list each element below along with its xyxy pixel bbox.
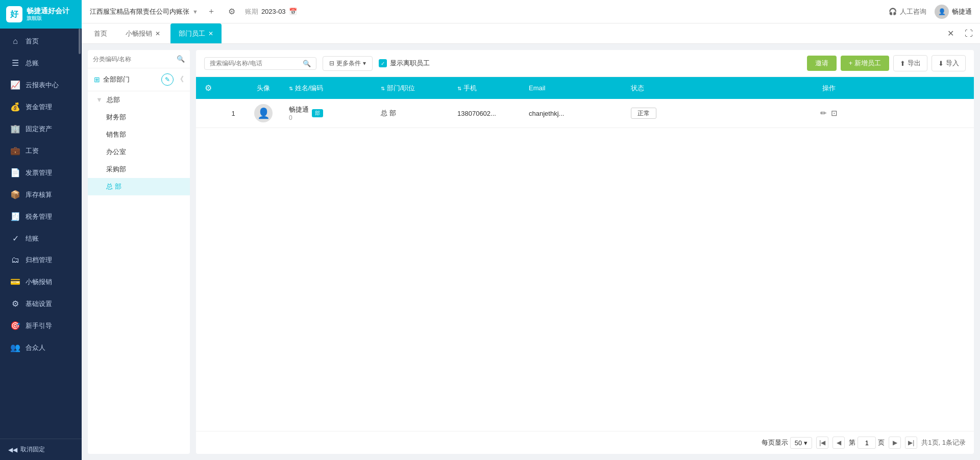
add-employee-button[interactable]: + 新增员工 xyxy=(841,56,889,71)
dept-node-finance[interactable]: 财务部 xyxy=(88,109,190,126)
sidebar-item-label: 工资 xyxy=(26,146,39,156)
user-menu[interactable]: 👤 畅捷通 xyxy=(935,5,972,19)
col-phone-header[interactable]: ⇅ 手机 xyxy=(449,77,521,99)
employee-actions: 邀请 + 新增员工 ⬆ 导出 ⬇ 导入 xyxy=(807,55,966,71)
sidebar-item-checkout[interactable]: ✓ 结账 xyxy=(0,227,82,249)
close-tab-button[interactable]: ✕ xyxy=(943,27,958,41)
sidebar: 好 畅捷通好会计 旗舰版 ⌂ 首页 ☰ 总账 📈 云报表中心 💰 资金管理 🏢 … xyxy=(0,0,82,460)
sidebar-item-label: 总账 xyxy=(26,59,39,68)
dept-search-input[interactable] xyxy=(93,56,174,63)
collapse-panel-button[interactable]: 《 xyxy=(177,75,184,84)
tab-home[interactable]: 首页 xyxy=(86,23,115,43)
sidebar-item-label: 小畅报销 xyxy=(26,277,52,287)
page-number-input[interactable] xyxy=(857,437,876,449)
sort-icon: ⇅ xyxy=(289,86,293,91)
sort-icon: ⇅ xyxy=(381,86,385,91)
tab-dept-employee[interactable]: 部门员工 ✕ xyxy=(170,23,222,43)
employee-search-input[interactable] xyxy=(210,60,300,67)
sidebar-item-home[interactable]: ⌂ 首页 xyxy=(0,31,82,52)
sidebar-item-fixed-assets[interactable]: 🏢 固定资产 xyxy=(0,118,82,140)
chevron-down-icon: ▾ xyxy=(804,439,807,447)
settings-button[interactable]: ⚙ xyxy=(225,5,239,19)
prev-page-button[interactable]: ◀ xyxy=(832,437,845,449)
sidebar-item-tax[interactable]: 🧾 税务管理 xyxy=(0,206,82,227)
next-page-button[interactable]: ▶ xyxy=(889,437,901,449)
sidebar-item-label: 税务管理 xyxy=(26,212,52,221)
col-name-header[interactable]: ⇅ 姓名/编码 xyxy=(281,77,373,99)
show-resigned-toggle[interactable]: ✓ 显示离职员工 xyxy=(379,59,430,68)
topbar-actions: ＋ ⚙ xyxy=(204,5,239,19)
col-dept-header[interactable]: ⇅ 部门/职位 xyxy=(373,77,449,99)
add-tab-button[interactable]: ＋ xyxy=(204,5,218,19)
sidebar-item-archive[interactable]: 🗂 归档管理 xyxy=(0,249,82,271)
chevron-down-icon: ▾ xyxy=(363,60,366,67)
col-settings[interactable]: ⚙ xyxy=(196,77,220,99)
app-logo: 好 畅捷通好会计 旗舰版 xyxy=(0,0,82,29)
last-page-button[interactable]: ▶| xyxy=(905,437,917,449)
sidebar-item-guide[interactable]: 🎯 新手引导 xyxy=(0,315,82,337)
support-button[interactable]: 🎧 人工咨询 xyxy=(889,7,926,16)
sidebar-item-partner[interactable]: 👥 合众人 xyxy=(0,337,82,359)
tab-expense[interactable]: 小畅报销 ✕ xyxy=(117,23,168,43)
sidebar-item-ledger[interactable]: ☰ 总账 xyxy=(0,52,82,74)
dept-node-sales[interactable]: 销售部 xyxy=(88,126,190,143)
dept-node-general[interactable]: 总 部 xyxy=(88,178,190,195)
company-name[interactable]: 江西服宝精品有限责任公司内账张 ▼ xyxy=(90,7,198,16)
more-actions-button[interactable]: ⊡ xyxy=(831,109,838,118)
tab-controls: ✕ ⛶ xyxy=(943,27,976,41)
dept-grid-icon: ⊞ xyxy=(94,75,100,84)
edit-dept-button[interactable]: ✎ xyxy=(161,73,174,86)
edit-employee-button[interactable]: ✏ xyxy=(820,109,827,118)
employee-avatar: 👤 xyxy=(254,104,273,122)
employee-toolbar: 🔍 ⊟ 更多条件 ▾ ✓ 显示离职员工 邀请 + 新增员工 ⬆ 导出 xyxy=(196,50,974,77)
sidebar-item-funds[interactable]: 💰 资金管理 xyxy=(0,96,82,118)
fixed-assets-icon: 🏢 xyxy=(10,124,20,134)
dept-node-office[interactable]: 办公室 xyxy=(88,143,190,161)
calendar-icon: 📅 xyxy=(289,8,297,15)
tab-expense-close-icon[interactable]: ✕ xyxy=(155,30,160,37)
tabs-bar: 首页 小畅报销 ✕ 部门员工 ✕ ✕ ⛶ xyxy=(82,23,980,44)
invite-button[interactable]: 邀请 xyxy=(807,56,837,71)
ledger-icon: ☰ xyxy=(10,58,20,68)
cancel-pin-button[interactable]: ◀◀ 取消固定 xyxy=(0,439,82,460)
employee-panel: 🔍 ⊟ 更多条件 ▾ ✓ 显示离职员工 邀请 + 新增员工 ⬆ 导出 xyxy=(196,50,974,454)
per-page-selector: 每页显示 50 ▾ xyxy=(762,437,812,449)
sidebar-item-label: 首页 xyxy=(26,37,39,46)
import-button[interactable]: ⬇ 导入 xyxy=(932,55,966,71)
more-filter-button[interactable]: ⊟ 更多条件 ▾ xyxy=(323,56,373,71)
table-settings-icon[interactable]: ⚙ xyxy=(205,84,212,92)
checkout-icon: ✓ xyxy=(10,234,20,243)
archive-icon: 🗂 xyxy=(10,255,20,265)
salary-icon: 💼 xyxy=(10,146,20,156)
cell-action: ✏ ⊡ xyxy=(684,99,974,128)
sidebar-item-reports[interactable]: 📈 云报表中心 xyxy=(0,74,82,96)
page-input-group: 第 页 xyxy=(849,437,885,449)
sidebar-item-expense[interactable]: 💳 小畅报销 xyxy=(0,271,82,293)
sidebar-item-settings[interactable]: ⚙ 基础设置 xyxy=(0,293,82,315)
sidebar-item-label: 基础设置 xyxy=(26,299,52,309)
expense-icon: 💳 xyxy=(10,277,20,287)
sidebar-item-label: 云报表中心 xyxy=(26,81,59,90)
sidebar-item-label: 合众人 xyxy=(26,343,45,352)
sidebar-item-label: 库存核算 xyxy=(26,190,52,199)
dept-node-root[interactable]: ▼ 总部 xyxy=(88,91,190,109)
employee-table: ⚙ 头像 ⇅ 姓名/编码 ⇅ xyxy=(196,77,974,128)
tab-dept-close-icon[interactable]: ✕ xyxy=(208,30,213,37)
sort-icon: ⇅ xyxy=(457,86,461,91)
sidebar-item-invoice[interactable]: 📄 发票管理 xyxy=(0,162,82,184)
inventory-icon: 📦 xyxy=(10,190,20,199)
invoice-icon: 📄 xyxy=(10,168,20,177)
first-page-button[interactable]: |◀ xyxy=(816,437,828,449)
sidebar-item-inventory[interactable]: 📦 库存核算 xyxy=(0,184,82,206)
search-icon: 🔍 xyxy=(303,60,311,67)
per-page-dropdown[interactable]: 50 ▾ xyxy=(790,437,812,449)
maximize-tab-button[interactable]: ⛶ xyxy=(962,27,976,41)
export-button[interactable]: ⬆ 导出 xyxy=(893,55,927,71)
department-panel: 🔍 ⊞ 全部部门 ✎ 《 ▼ 总部 财务部 xyxy=(88,50,190,454)
headset-icon: 🎧 xyxy=(889,8,897,15)
reports-icon: 📈 xyxy=(10,80,20,90)
sidebar-item-salary[interactable]: 💼 工资 xyxy=(0,140,82,162)
app-name: 畅捷通好会计 xyxy=(27,7,69,15)
dept-node-purchase[interactable]: 采购部 xyxy=(88,161,190,178)
main-area: 江西服宝精品有限责任公司内账张 ▼ ＋ ⚙ 账期 2023-03 📅 🎧 人工咨… xyxy=(82,0,980,460)
